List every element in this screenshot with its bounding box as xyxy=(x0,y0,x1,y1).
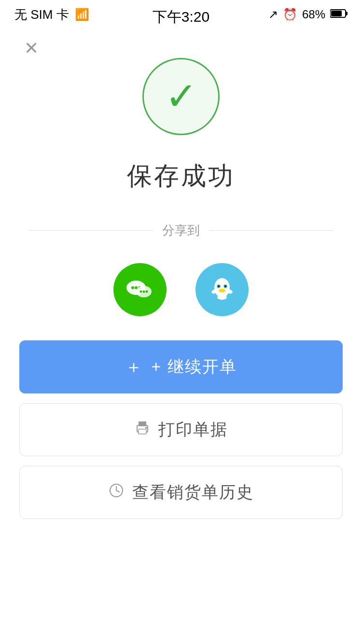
svg-point-16 xyxy=(219,289,225,293)
success-title: 保存成功 xyxy=(127,159,235,193)
print-icon xyxy=(134,420,151,440)
location-icon: ↗ xyxy=(268,8,278,21)
battery-percent: 68% xyxy=(302,8,325,21)
share-divider: 分享到 xyxy=(0,222,362,239)
svg-point-8 xyxy=(140,291,142,293)
share-icons xyxy=(113,263,249,316)
status-time: 下午3:20 xyxy=(153,7,209,27)
history-label: 查看销货单历史 xyxy=(132,481,254,504)
divider-left xyxy=(29,230,153,231)
svg-point-10 xyxy=(146,291,148,293)
svg-point-9 xyxy=(143,291,145,293)
divider-right xyxy=(209,230,333,231)
share-label: 分享到 xyxy=(162,222,200,239)
wifi-icon: 📶 xyxy=(75,8,89,21)
qq-icon xyxy=(207,274,237,305)
main-content: ✓ 保存成功 分享到 xyxy=(0,29,362,519)
svg-rect-22 xyxy=(139,429,146,434)
status-right: ↗ ⏰ 68% xyxy=(268,8,348,21)
svg-rect-1 xyxy=(346,12,348,15)
print-label: 打印单据 xyxy=(158,419,228,441)
share-section: 分享到 xyxy=(0,222,362,316)
svg-point-23 xyxy=(145,427,147,429)
no-sim-label: 无 SIM 卡 xyxy=(14,6,69,23)
svg-point-4 xyxy=(131,286,134,289)
continue-label: + 继续开单 xyxy=(151,356,237,378)
history-button[interactable]: 查看销货单历史 xyxy=(19,466,343,519)
battery-icon xyxy=(330,8,348,21)
svg-line-26 xyxy=(116,490,119,492)
wechat-icon xyxy=(125,274,155,305)
qq-share-button[interactable] xyxy=(195,263,249,316)
status-bar: 无 SIM 卡 📶 下午3:20 ↗ ⏰ 68% xyxy=(0,0,362,29)
close-icon: ✕ xyxy=(24,40,39,57)
svg-point-14 xyxy=(218,285,220,287)
svg-point-19 xyxy=(217,295,227,300)
wechat-share-button[interactable] xyxy=(113,263,167,316)
close-button[interactable]: ✕ xyxy=(19,36,43,60)
checkmark-icon: ✓ xyxy=(165,77,197,116)
svg-point-11 xyxy=(214,278,230,297)
print-button[interactable]: 打印单据 xyxy=(19,403,343,456)
svg-rect-21 xyxy=(139,421,146,426)
action-buttons: ＋ + 继续开单 打印单据 xyxy=(0,340,362,519)
success-circle: ✓ xyxy=(142,58,220,135)
history-icon xyxy=(108,482,125,503)
continue-button[interactable]: ＋ + 继续开单 xyxy=(19,340,343,393)
alarm-icon: ⏰ xyxy=(283,8,297,21)
plus-icon: ＋ xyxy=(125,355,143,379)
svg-rect-2 xyxy=(331,11,342,16)
svg-point-15 xyxy=(224,285,226,287)
status-left: 无 SIM 卡 📶 xyxy=(14,6,89,23)
